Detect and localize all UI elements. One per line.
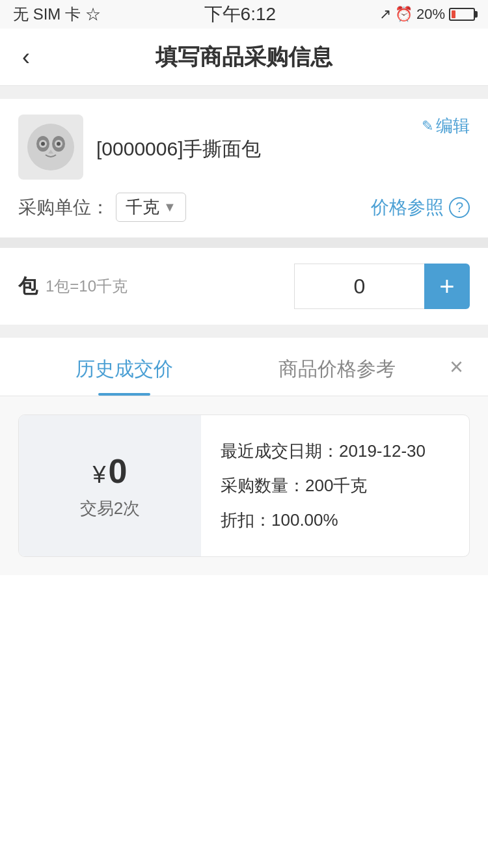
quantity-plus-button[interactable]: + xyxy=(424,264,470,309)
unit-value: 千克 xyxy=(126,196,159,219)
status-bar: 无 SIM 卡 ☆ 下午6:12 ↗ ⏰ 20% xyxy=(0,0,488,29)
unit-left: 采购单位： 千克 ▼ xyxy=(18,193,186,222)
trade-summary: ¥0 交易2次 xyxy=(19,415,201,556)
sim-signal-label: 无 SIM 卡 ☆ xyxy=(13,4,101,25)
battery-percent: 20% xyxy=(416,6,445,23)
page-background xyxy=(0,575,488,868)
purchase-qty-value: 200千克 xyxy=(305,476,367,495)
product-card: [0000006]手撕面包 ✎ 编辑 采购单位： 千克 ▼ 价格参照 ? xyxy=(0,99,488,237)
tabs-row: 历史成交价 商品价格参考 × xyxy=(0,338,488,396)
status-time: 下午6:12 xyxy=(204,2,277,27)
product-logo-icon xyxy=(25,121,77,173)
tab-history-price[interactable]: 历史成交价 xyxy=(18,338,230,396)
recent-date-value: 2019-12-30 xyxy=(339,441,426,461)
page-title: 填写商品采购信息 xyxy=(156,42,332,72)
product-header: [0000006]手撕面包 ✎ 编辑 xyxy=(18,115,470,180)
quantity-label: 包 1包=10千克 xyxy=(18,273,128,300)
unit-conversion-hint: 1包=10千克 xyxy=(46,276,128,297)
purchase-qty-row: 采购数量：200千克 xyxy=(221,473,450,498)
panel-content: ¥0 交易2次 最近成交日期：2019-12-30 采购数量：200千克 折扣：… xyxy=(0,396,488,575)
nav-bar: ‹ 填写商品采购信息 xyxy=(0,29,488,86)
trade-price: ¥0 xyxy=(93,452,128,491)
purchase-qty-label: 采购数量： xyxy=(221,476,305,495)
svg-point-0 xyxy=(27,124,74,170)
product-name: [0000006]手撕面包 xyxy=(96,136,261,163)
discount-label: 折扣： xyxy=(221,510,271,530)
product-unit-row: 采购单位： 千克 ▼ 价格参照 ? xyxy=(18,193,470,222)
edit-button[interactable]: ✎ 编辑 xyxy=(422,115,470,137)
unit-badge: 包 xyxy=(18,273,38,300)
trade-count-label: 交易2次 xyxy=(80,497,140,520)
discount-value: 100.00% xyxy=(271,510,338,530)
recent-date-row: 最近成交日期：2019-12-30 xyxy=(221,439,450,464)
unit-select-dropdown[interactable]: 千克 ▼ xyxy=(116,193,186,222)
trade-card: ¥0 交易2次 最近成交日期：2019-12-30 采购数量：200千克 折扣：… xyxy=(18,414,470,557)
battery-fill xyxy=(452,10,455,18)
quantity-row: 包 1包=10千克 + xyxy=(0,248,488,325)
product-thumbnail xyxy=(18,115,83,180)
help-icon: ? xyxy=(449,197,470,218)
gps-icon: ↗ xyxy=(379,6,391,23)
section-divider xyxy=(0,237,488,248)
trade-details: 最近成交日期：2019-12-30 采购数量：200千克 折扣：100.00% xyxy=(201,415,469,556)
tab-product-price-ref[interactable]: 商品价格参考 xyxy=(230,338,442,396)
svg-point-6 xyxy=(57,142,61,146)
quantity-control: + xyxy=(294,264,470,309)
status-right: ↗ ⏰ 20% xyxy=(379,6,475,23)
currency-symbol: ¥ xyxy=(93,461,106,488)
alarm-icon: ⏰ xyxy=(395,6,413,23)
recent-date-label: 最近成交日期： xyxy=(221,441,339,461)
price-ref-button[interactable]: 价格参照 ? xyxy=(371,195,470,220)
bottom-panel: 历史成交价 商品价格参考 × ¥0 交易2次 最近成交日期：2019-12-30… xyxy=(0,338,488,575)
product-left: [0000006]手撕面包 xyxy=(18,115,261,180)
dropdown-arrow-icon: ▼ xyxy=(163,200,176,215)
battery-icon xyxy=(449,8,475,21)
panel-close-button[interactable]: × xyxy=(443,347,470,387)
status-left: 无 SIM 卡 ☆ xyxy=(13,4,101,25)
quantity-input[interactable] xyxy=(294,264,424,309)
discount-row: 折扣：100.00% xyxy=(221,508,450,533)
edit-icon: ✎ xyxy=(422,118,433,135)
price-ref-label: 价格参照 xyxy=(371,195,444,220)
unit-label: 采购单位： xyxy=(18,195,109,220)
back-button[interactable]: ‹ xyxy=(16,37,36,77)
svg-point-5 xyxy=(41,142,45,146)
